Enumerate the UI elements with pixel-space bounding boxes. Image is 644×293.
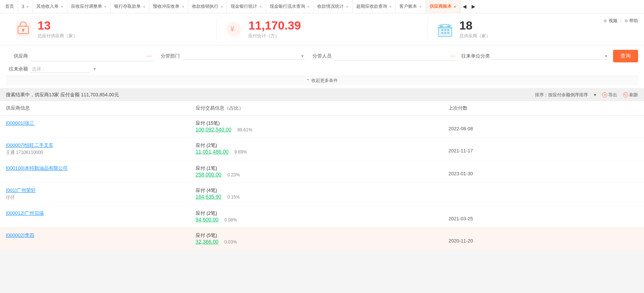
collapse-button[interactable]: ⌃ 收起更多条件 <box>306 77 338 84</box>
table-row: [001]广州荣轩 仔仔 应付 (4笔) 164,635.90 0.15% <box>0 183 644 206</box>
close-icon[interactable]: × <box>182 4 184 9</box>
supplier-info-1: [000001]张三 <box>6 120 196 127</box>
close-icon[interactable]: × <box>346 4 348 9</box>
trans-amount-3[interactable]: 258,000.00 <box>196 172 221 177</box>
stat-number-total-suppliers: 18 <box>459 20 490 31</box>
filter-row-1: 供应商 ··· 分管部门 ▾ 分管人员 ··· 往来单位分类 <box>6 50 638 62</box>
transaction-4: 应付 (4笔) 164,635.90 0.15% <box>196 187 448 200</box>
svg-text:¥: ¥ <box>230 25 235 33</box>
close-icon[interactable]: × <box>61 4 63 9</box>
nav-tab-ar-ap-adjust[interactable]: 应收应付调整单 × <box>67 0 111 13</box>
close-icon[interactable]: × <box>143 4 145 9</box>
stat-number-payable-suppliers: 13 <box>38 20 77 31</box>
nav-tab-supplier-ledger-label: 供应商账本 <box>430 3 452 10</box>
balance-input[interactable] <box>32 66 94 72</box>
filter-person-wrap[interactable]: ··· <box>334 52 457 61</box>
svg-rect-11 <box>444 32 446 34</box>
sort-arrow-icon[interactable]: ▾ <box>594 92 596 97</box>
category-dropdown-icon[interactable]: ▾ <box>605 54 607 59</box>
nav-tab-prepay-ar[interactable]: 预收冲应收单 × <box>149 0 188 13</box>
person-input[interactable] <box>335 53 451 59</box>
nav-tab-receipt-stat[interactable]: 收款情况统计 × <box>314 0 352 13</box>
filter-item-supplier: 供应商 ··· <box>6 51 153 61</box>
sort-label: 排序：按应付余额倒序排序 <box>535 92 588 98</box>
supplier-picker-icon[interactable]: ··· <box>147 53 152 59</box>
nav-tab-home[interactable]: 首页 <box>1 0 18 13</box>
video-link[interactable]: ⊙ 视频 <box>603 18 617 24</box>
filter-dept-wrap[interactable]: ▾ <box>182 52 305 60</box>
trans-amount-1[interactable]: 100,092,540.00 <box>196 127 231 132</box>
nav-tab-receipt-verify[interactable]: 收款核销执行 × <box>188 0 227 13</box>
col-header-extra <box>575 105 638 111</box>
nav-tab-other-income[interactable]: 其他收入单 × <box>33 0 67 13</box>
query-button[interactable]: 查询 <box>613 50 638 62</box>
transaction-3: 应付 (1笔) 258,000.00 0.23% <box>196 165 448 177</box>
supplier-link-4[interactable]: [001]广州荣轩 <box>6 187 36 193</box>
payable-supplier-icon <box>13 19 33 39</box>
payable-total-icon: ¥ <box>224 19 244 39</box>
filter-row-2: 往来余额 ▾ <box>6 65 638 73</box>
close-icon[interactable]: × <box>389 4 392 9</box>
nav-tab-overdue-ar[interactable]: 超期应收款查询 × <box>353 0 396 13</box>
stat-text-payable-suppliers: 13 总应付供应商（家） <box>38 20 77 39</box>
nav-tab-bank-deposit-label: 银行存取款单 <box>114 3 141 10</box>
supplier-link-6[interactable]: [000002]李四 <box>6 232 34 238</box>
close-icon[interactable]: × <box>419 4 421 9</box>
balance-dropdown-icon[interactable]: ▾ <box>94 66 96 72</box>
table-row: [000012]广州贝瑞 应付 (2笔) 94,600.00 0.08% 202… <box>0 206 644 228</box>
filter-label-person: 分管人员 <box>309 53 332 59</box>
nav-scroll-right[interactable]: ▶ <box>469 0 478 13</box>
export-button[interactable]: ⇥ 导出 <box>602 92 617 98</box>
close-icon[interactable]: × <box>454 4 456 9</box>
supplier-input[interactable] <box>32 52 147 60</box>
filter-supplier-wrap[interactable]: ··· <box>30 51 153 61</box>
trans-amount-2[interactable]: 11,051,486.00 <box>196 149 229 155</box>
trans-percent-1: 89.61% <box>237 127 252 132</box>
trans-amount-6[interactable]: 32,366.00 <box>196 239 218 245</box>
refresh-label: 刷新 <box>629 92 638 98</box>
supplier-link-5[interactable]: [000012]广州贝瑞 <box>6 210 44 216</box>
filter-bar: 供应商 ··· 分管部门 ▾ 分管人员 ··· 往来单位分类 <box>0 45 644 89</box>
close-icon[interactable]: × <box>104 4 106 9</box>
supplier-link-1[interactable]: [000001]张三 <box>6 120 34 126</box>
nav-tab-customer-ledger[interactable]: 客户账本 × <box>396 0 426 13</box>
filter-balance-wrap[interactable]: ▾ <box>30 65 89 73</box>
dept-input[interactable] <box>183 53 301 59</box>
stats-bar: 13 总应付供应商（家） ¥ 11,170.39 应付合计（万） <box>0 13 644 45</box>
last-pay-6: 2020-11-20 <box>448 232 575 244</box>
svg-rect-9 <box>447 29 449 31</box>
trans-label-6: 应付 (5笔) <box>196 232 448 239</box>
close-icon[interactable]: × <box>259 4 262 9</box>
nav-tab-receipt-stat-label: 收款情况统计 <box>317 3 344 10</box>
trans-amount-5[interactable]: 94,600.00 <box>196 217 218 223</box>
filter-category-wrap[interactable]: ▾ <box>492 52 609 60</box>
supplier-link-2[interactable]: [000007]恒旺二手叉车 <box>6 142 53 148</box>
nav-tab-overdue-ar-label: 超期应收款查询 <box>356 3 387 10</box>
help-link[interactable]: ⊙ 帮助 <box>624 18 638 24</box>
supplier-link-3[interactable]: [000100]本特勤油品有限公司 <box>6 165 68 171</box>
collapse-bar: ⌃ 收起更多条件 <box>6 76 638 85</box>
close-icon[interactable]: × <box>307 4 309 9</box>
nav-tab-3[interactable]: 3 × <box>18 0 33 13</box>
table-row: [000100]本特勤油品有限公司 应付 (1笔) 258,000.00 0.2… <box>0 161 644 183</box>
trans-label-5: 应付 (2笔) <box>196 210 448 217</box>
stat-text-payable-total: 11,170.39 应付合计（万） <box>248 20 301 39</box>
nav-tab-cash-bank-stat[interactable]: 现金银行统计 × <box>227 0 266 13</box>
export-icon: ⇥ <box>602 92 607 97</box>
nav-tab-cash-flow-query[interactable]: 现金银行流水查询 × <box>266 0 314 13</box>
trans-amount-4[interactable]: 164,635.90 <box>196 194 221 200</box>
table-row: [000002]李四 应付 (5笔) 32,366.00 0.03% 2020-… <box>0 228 644 250</box>
stat-block-payable-total: ¥ 11,170.39 应付合计（万） <box>216 18 427 41</box>
stat-block-payable-suppliers: 13 总应付供应商（家） <box>6 18 216 41</box>
category-input[interactable] <box>494 53 605 59</box>
dept-dropdown-icon[interactable]: ▾ <box>301 54 304 59</box>
close-icon[interactable]: × <box>221 4 223 9</box>
close-icon[interactable]: × <box>27 4 29 9</box>
person-picker-icon[interactable]: ··· <box>451 53 455 59</box>
refresh-button[interactable]: ↻ 刷新 <box>623 92 638 98</box>
nav-tab-supplier-ledger[interactable]: 供应商账本 × <box>426 0 460 13</box>
filter-label-balance: 往来余额 <box>6 66 28 72</box>
nav-scroll-left[interactable]: ◀ <box>460 0 469 13</box>
filter-item-dept: 分管部门 ▾ <box>158 52 305 60</box>
nav-tab-bank-deposit[interactable]: 银行存取款单 × <box>111 0 149 13</box>
